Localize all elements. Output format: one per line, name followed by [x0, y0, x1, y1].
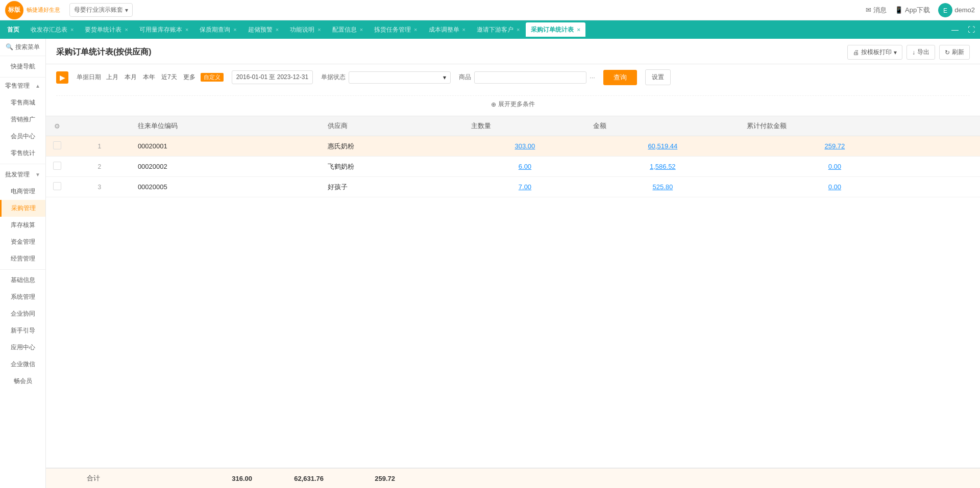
tab-close-icon[interactable]: ×	[517, 27, 520, 33]
settings-button[interactable]: 设置	[645, 69, 671, 85]
sidebar-item-wholesale[interactable]: 批发管理 ▼	[0, 166, 45, 183]
goods-input[interactable]	[474, 71, 586, 84]
tab-close-icon[interactable]: ×	[414, 27, 417, 33]
tab-expiry[interactable]: 保质期查询 ×	[194, 22, 241, 37]
shortcut-this-year[interactable]: 本年	[141, 72, 157, 83]
system-label: 系统管理	[11, 293, 35, 301]
row-checkbox-cell	[46, 136, 68, 157]
refresh-button[interactable]: ↻ 刷新	[939, 45, 970, 60]
row-checkbox[interactable]	[53, 182, 61, 190]
sidebar-item-member-center[interactable]: 会员中心	[0, 128, 45, 145]
tab-available-inventory[interactable]: 可用量库存账本 ×	[134, 22, 193, 37]
basic-info-label: 基础信息	[11, 276, 35, 285]
shortcut-last-month[interactable]: 上月	[104, 72, 120, 83]
member-label: 畅会员	[14, 377, 32, 386]
row-amount[interactable]: 525.80	[586, 177, 740, 197]
row-extra	[930, 136, 980, 157]
template-print-button[interactable]: 🖨 按模板打印 ▾	[847, 45, 902, 60]
tab-close-icon[interactable]: ×	[70, 27, 74, 33]
shortcut-7days[interactable]: 近7天	[159, 72, 179, 83]
column-settings-icon[interactable]: ⚙	[54, 122, 60, 130]
filter-toggle-btn[interactable]: ▶	[56, 71, 68, 84]
sidebar-item-app-center[interactable]: 应用中心	[0, 339, 45, 356]
tab-costadjust[interactable]: 成本调整单 ×	[424, 22, 471, 37]
tab-funcdesc[interactable]: 功能说明 ×	[285, 22, 326, 37]
tab-close-icon[interactable]: ×	[233, 27, 236, 33]
table-footer: 合计 316.00 62,631.76 259.72	[46, 468, 980, 488]
tab-home[interactable]: 首页	[2, 22, 24, 37]
tab-picktask[interactable]: 拣货任务管理 ×	[369, 22, 422, 37]
row-paid[interactable]: 259.72	[740, 136, 929, 157]
sidebar-item-purchase[interactable]: 采购管理	[0, 200, 45, 217]
workspace-selector[interactable]: 母婴行业演示账套 ▾	[69, 3, 133, 17]
query-button[interactable]: 查询	[603, 70, 637, 85]
sidebar-item-marketing[interactable]: 营销推广	[0, 111, 45, 128]
status-filter-label: 单据状态	[321, 73, 346, 82]
app-download-label: App下载	[905, 6, 930, 15]
sidebar-item-enterprise-collab[interactable]: 企业协同	[0, 305, 45, 322]
row-amount[interactable]: 60,519.44	[586, 136, 740, 157]
status-select[interactable]: ▾	[349, 71, 451, 84]
tab-close-icon[interactable]: ×	[125, 27, 128, 33]
sidebar-item-basic-info[interactable]: 基础信息	[0, 272, 45, 289]
wholesale-label: 批发管理	[5, 170, 30, 179]
sidebar-item-enterprise-wechat[interactable]: 企业微信	[0, 356, 45, 373]
tab-close-icon[interactable]: ×	[577, 27, 580, 33]
sidebar-item-system[interactable]: 系统管理	[0, 289, 45, 305]
sidebar-item-retail-management[interactable]: 零售管理 ▲	[0, 78, 45, 94]
sidebar-item-inventory-check[interactable]: 库存核算	[0, 217, 45, 234]
svg-text:E: E	[943, 7, 947, 14]
tab-invite[interactable]: 邀请下游客户 ×	[472, 22, 525, 37]
col-amount: 金额	[586, 116, 740, 136]
date-range[interactable]: 2016-01-01 至 2023-12-31	[232, 70, 313, 84]
sidebar-item-quicknav[interactable]: 快捷导航	[0, 58, 45, 75]
row-paid[interactable]: 0.00	[740, 157, 929, 177]
tab-close-icon[interactable]: ×	[185, 27, 188, 33]
sidebar-item-retail-stats[interactable]: 零售统计	[0, 145, 45, 162]
tab-maximize-btn[interactable]: ⛶	[965, 24, 978, 35]
user-area[interactable]: E demo2	[938, 3, 975, 17]
shortcut-more[interactable]: 更多	[181, 72, 198, 83]
tab-close-icon[interactable]: ×	[462, 27, 465, 33]
workspace-chevron-icon: ▾	[125, 7, 128, 14]
tab-purchase-summary[interactable]: 采购订单统计表 ×	[526, 22, 585, 37]
message-btn[interactable]: ✉ 消息	[866, 6, 887, 15]
app-center-label: 应用中心	[11, 343, 35, 352]
tab-label: 超储预警	[248, 25, 273, 34]
tab-home-label: 首页	[7, 25, 19, 34]
col-extra	[930, 116, 980, 136]
status-filter-group: 单据状态 ▾	[321, 71, 451, 84]
export-button[interactable]: ↓ 导出	[906, 45, 935, 60]
row-quantity[interactable]: 303.00	[464, 136, 585, 157]
sidebar-item-member[interactable]: 畅会员	[0, 373, 45, 390]
tab-configinfo[interactable]: 配置信息 ×	[327, 22, 368, 37]
tab-minimize-btn[interactable]: —	[948, 24, 962, 35]
row-num: 3	[68, 177, 131, 197]
search-icon: 🔍	[6, 43, 13, 50]
app-download-btn[interactable]: 📱 App下载	[895, 6, 930, 15]
download-icon: 📱	[895, 6, 903, 14]
tab-close-icon[interactable]: ×	[360, 27, 363, 33]
tab-goods-summary[interactable]: 要货单统计表 ×	[80, 22, 133, 37]
tab-overwarning[interactable]: 超储预警 ×	[243, 22, 284, 37]
row-amount[interactable]: 1,586.52	[586, 157, 740, 177]
col-quantity: 主数量	[464, 116, 585, 136]
sidebar-item-capital[interactable]: 资金管理	[0, 234, 45, 250]
shortcut-this-month[interactable]: 本月	[122, 72, 139, 83]
row-paid[interactable]: 0.00	[740, 177, 929, 197]
sidebar-item-operations[interactable]: 经营管理	[0, 250, 45, 267]
sidebar-search[interactable]: 🔍 搜索菜单	[0, 39, 45, 56]
tab-close-icon[interactable]: ×	[276, 27, 279, 33]
sidebar-item-retail-mall[interactable]: 零售商城	[0, 94, 45, 111]
goods-more-icon[interactable]: ···	[590, 73, 595, 81]
tab-shofasummary[interactable]: 收发存汇总表 ×	[26, 22, 79, 37]
dropdown-arrow-icon: ▾	[894, 49, 897, 56]
row-quantity[interactable]: 7.00	[464, 177, 585, 197]
row-checkbox[interactable]	[53, 141, 61, 149]
sidebar-item-new-guide[interactable]: 新手引导	[0, 322, 45, 339]
tab-close-icon[interactable]: ×	[317, 27, 321, 33]
row-checkbox[interactable]	[53, 162, 61, 170]
expand-more-btn[interactable]: ⊕ 展开更多条件	[485, 98, 541, 111]
row-quantity[interactable]: 6.00	[464, 157, 585, 177]
sidebar-item-ecommerce[interactable]: 电商管理	[0, 183, 45, 200]
